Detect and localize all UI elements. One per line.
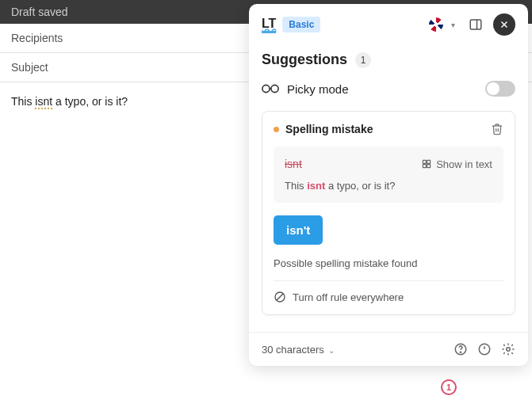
turn-off-label: Turn off rule everywhere [293,291,404,303]
picky-mode-toggle[interactable] [485,81,515,97]
sidebar-toggle-icon[interactable] [465,13,487,36]
character-count[interactable]: 30 characters ⌄ [262,344,338,356]
language-flag-icon[interactable] [429,17,443,32]
panel-footer: 30 characters ⌄ [249,332,528,366]
suggestion-card: Spelling mistake isnt Show in text This … [262,111,515,315]
show-in-text-button[interactable]: Show in text [421,158,492,170]
category-dot-icon [274,127,279,132]
strike-word: isnt [285,158,416,170]
gear-icon[interactable] [501,342,515,356]
svg-rect-10 [427,165,431,168]
power-icon[interactable] [477,342,492,356]
panel-header: LT Basic ▾ [249,4,528,45]
svg-rect-8 [427,160,431,163]
locate-icon [421,158,432,169]
trash-icon[interactable] [491,123,503,135]
suggestions-title: Suggestions [262,51,347,68]
close-icon[interactable] [493,13,515,36]
error-count-badge[interactable]: 1 [441,379,457,395]
panel-body: Suggestions 1 Picky mode Spelling mistak… [249,45,528,332]
card-header: Spelling mistake [274,123,503,135]
suggestions-count: 1 [355,52,371,68]
context-top-row: isnt Show in text [285,158,492,170]
svg-point-4 [262,85,270,92]
suggestion-button[interactable]: isn't [274,215,323,245]
context-box: isnt Show in text This isnt a typo, or i… [274,147,503,203]
svg-line-12 [277,294,283,300]
svg-point-17 [507,348,511,352]
suggestions-header: Suggestions 1 [262,51,515,68]
lt-logo: LT [262,17,276,33]
glasses-icon [262,83,279,94]
body-text-post: a typo, or is it? [52,95,128,108]
picky-mode-row: Picky mode [262,81,515,97]
typo-underline[interactable]: isnt [35,95,52,109]
context-error-word: isnt [307,180,325,192]
picky-mode-label: Picky mode [287,82,349,96]
body-text-pre: This [11,95,35,108]
chevron-down-icon[interactable]: ▾ [451,21,455,29]
context-sentence: This isnt a typo, or is it? [285,180,492,192]
svg-rect-9 [423,165,427,168]
turn-off-rule-button[interactable]: Turn off rule everywhere [274,280,503,303]
grammar-panel: LT Basic ▾ Suggestions 1 Picky mode Spel… [249,4,528,366]
svg-point-5 [271,85,278,92]
svg-rect-7 [423,160,427,163]
card-title: Spelling mistake [285,123,484,135]
card-description: Possible spelling mistake found [274,257,503,269]
plan-badge[interactable]: Basic [282,17,320,32]
help-icon[interactable] [454,342,468,356]
svg-point-14 [460,352,461,352]
chevron-down-icon: ⌄ [328,346,335,355]
svg-rect-0 [470,20,481,29]
show-in-text-label: Show in text [436,158,492,170]
ban-icon [274,291,286,303]
